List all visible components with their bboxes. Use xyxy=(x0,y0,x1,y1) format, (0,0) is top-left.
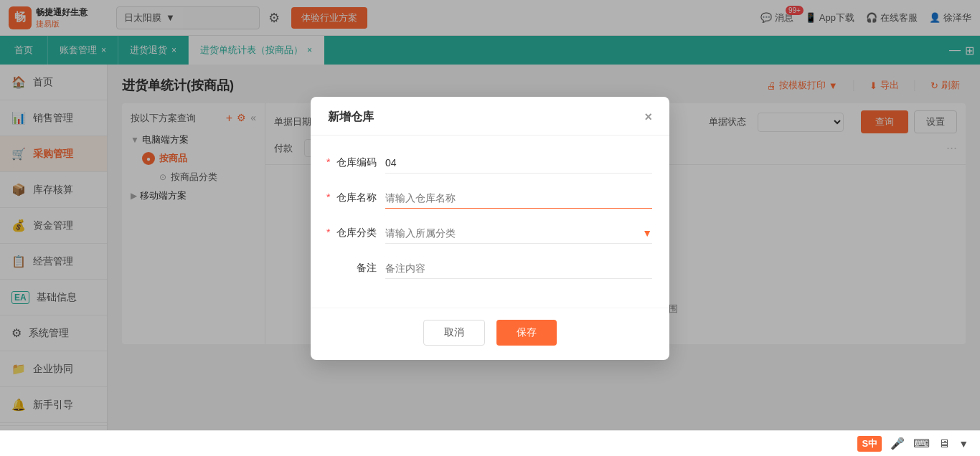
code-label-text: 仓库编码 xyxy=(336,156,377,168)
form-row-category: 仓库分类 ▼ xyxy=(328,223,652,244)
category-label: 仓库分类 xyxy=(328,227,385,239)
save-button[interactable]: 保存 xyxy=(496,320,557,346)
note-input[interactable] xyxy=(385,258,652,279)
category-input[interactable] xyxy=(385,223,652,244)
note-label: 备注 xyxy=(328,262,385,275)
form-row-code: 仓库编码 xyxy=(328,153,652,174)
category-label-text: 仓库分类 xyxy=(336,227,377,238)
bottom-status-bar: S中 🎤 ⌨ 🖥 ▼ xyxy=(0,430,980,456)
modal-title: 新增仓库 xyxy=(328,110,374,125)
s-icon[interactable]: S中 xyxy=(857,436,882,452)
microphone-icon[interactable]: 🎤 xyxy=(890,437,905,450)
name-label: 仓库名称 xyxy=(328,191,385,204)
code-input[interactable] xyxy=(385,153,652,174)
modal-close-button[interactable]: × xyxy=(644,110,652,123)
modal-header: 新增仓库 × xyxy=(311,97,669,136)
name-label-text: 仓库名称 xyxy=(336,191,377,203)
add-warehouse-modal: 新增仓库 × 仓库编码 仓库名称 仓库分类 xyxy=(311,97,669,360)
collapse-down-icon[interactable]: ▼ xyxy=(958,438,969,450)
category-select-wrap: ▼ xyxy=(385,223,652,244)
code-label: 仓库编码 xyxy=(328,156,385,169)
modal-footer: 取消 保存 xyxy=(311,308,669,360)
modal-body: 仓库编码 仓库名称 仓库分类 ▼ xyxy=(311,136,669,308)
category-dropdown-arrow[interactable]: ▼ xyxy=(642,227,652,239)
cancel-button[interactable]: 取消 xyxy=(423,320,485,346)
name-input[interactable] xyxy=(385,188,652,209)
keyboard-icon[interactable]: ⌨ xyxy=(913,437,930,450)
modal-overlay: 新增仓库 × 仓库编码 仓库名称 仓库分类 xyxy=(0,0,980,456)
form-row-name: 仓库名称 xyxy=(328,188,652,209)
monitor-icon[interactable]: 🖥 xyxy=(938,437,950,450)
form-row-note: 备注 xyxy=(328,258,652,279)
note-label-text: 备注 xyxy=(357,262,377,273)
